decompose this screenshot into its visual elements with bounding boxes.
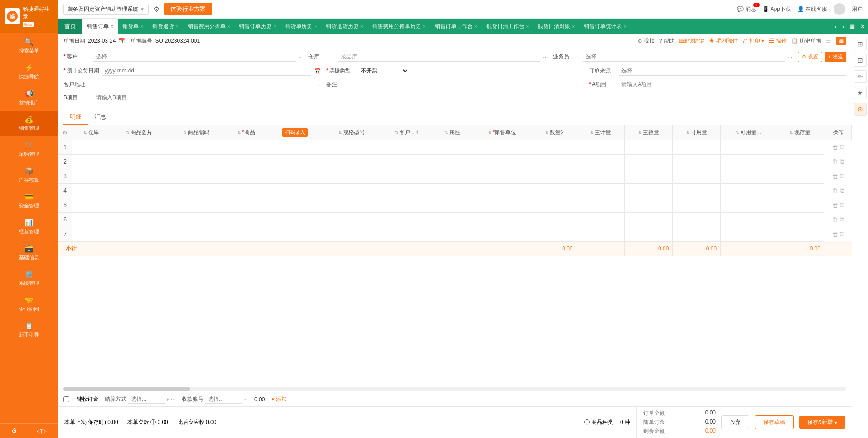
panel-btn-1[interactable]: ⊞ xyxy=(854,38,867,50)
history-btn[interactable]: 📋 历史单据 xyxy=(791,37,821,45)
payment-more-icon[interactable]: ··· xyxy=(171,396,175,403)
industry-btn[interactable]: 体验行业方案 xyxy=(164,3,212,15)
messages-btn[interactable]: 💬 消息 9 xyxy=(737,5,756,13)
save-draft-btn[interactable]: 保存草稿 xyxy=(755,415,794,429)
close-icon[interactable]: × xyxy=(526,24,529,29)
tab-next-btn[interactable]: › xyxy=(839,20,847,33)
sidebar-item-sales[interactable]: 💰 销售管理 xyxy=(0,111,58,136)
address-more-icon[interactable]: ··· xyxy=(316,82,321,88)
help-btn[interactable]: ? 帮助 xyxy=(659,37,674,45)
tab-cash-reconcile[interactable]: 钱货日清对账 × xyxy=(533,19,579,34)
a-project-input[interactable] xyxy=(619,80,846,89)
tab-close-all-btn[interactable]: ✕ xyxy=(858,20,868,33)
close-icon[interactable]: × xyxy=(423,24,426,29)
close-icon[interactable]: × xyxy=(228,24,230,29)
account-input[interactable] xyxy=(205,395,242,404)
sidebar-item-marketing[interactable]: 📢 营销推广 xyxy=(0,85,58,111)
close-icon[interactable]: × xyxy=(314,24,317,29)
b-project-input[interactable] xyxy=(93,93,846,102)
tab-sales-fee-history[interactable]: 销售费用分摊单历史 × xyxy=(368,19,430,34)
sidebar-item-system[interactable]: ⚙️ 系统管理 xyxy=(0,265,58,291)
panel-btn-3[interactable]: ✏ xyxy=(854,70,867,83)
sidebar-item-finance[interactable]: 💳 资金管理 xyxy=(0,188,58,214)
tab-prev-btn[interactable]: ‹ xyxy=(832,20,839,33)
copy-icon[interactable]: ⧉ xyxy=(840,144,844,151)
staff-more-icon[interactable]: ··· xyxy=(788,54,792,60)
warehouse-input[interactable] xyxy=(338,52,540,62)
copy-icon[interactable]: ⧉ xyxy=(840,231,844,238)
close-icon[interactable]: × xyxy=(624,24,626,29)
settings-btn[interactable]: ⚙ 设置 xyxy=(798,52,822,62)
close-icon[interactable]: × xyxy=(360,24,363,29)
tab-sales-bill-history[interactable]: 销货单历史 × xyxy=(281,19,321,34)
sidebar-item-basic-info[interactable]: 🗃️ 基础信息 xyxy=(0,240,58,265)
settings-gear-btn[interactable]: ⚙ xyxy=(153,5,160,14)
save-new-btn[interactable]: 保存&新增 ▾ xyxy=(799,416,845,429)
sidebar-collapse-btn[interactable]: ◁▷ xyxy=(37,427,47,434)
tab-list-btn[interactable]: ▦ xyxy=(847,20,858,33)
shortcuts-btn[interactable]: ⌨ 快捷键 xyxy=(679,37,704,45)
sidebar-settings-btn[interactable]: ⚙ xyxy=(11,427,17,434)
tab-sales-return[interactable]: 销货退货 × xyxy=(148,19,183,34)
address-input[interactable] xyxy=(93,80,314,89)
delivery-calendar-icon[interactable]: 📅 xyxy=(314,68,321,74)
one-click-checkbox[interactable] xyxy=(63,396,69,402)
close-icon[interactable]: × xyxy=(141,24,143,29)
delivery-date-input[interactable] xyxy=(102,66,311,76)
scrollbar-track[interactable] xyxy=(63,387,846,391)
tab-sales-fee-split[interactable]: 销售费用分摊单 × xyxy=(183,19,235,34)
close-icon[interactable]: × xyxy=(273,24,276,29)
tab-sales-order[interactable]: 销售订单 × xyxy=(82,19,118,34)
account-more-icon[interactable]: ··· xyxy=(243,396,248,403)
discard-btn[interactable]: 放弃 xyxy=(721,415,749,429)
delete-icon[interactable]: 🗑 xyxy=(832,173,838,180)
scan-btn[interactable]: 扫码录入 xyxy=(282,128,308,137)
delete-icon[interactable]: 🗑 xyxy=(832,202,838,209)
calendar-icon[interactable]: 📅 xyxy=(118,38,125,44)
tab-sales-stats[interactable]: 销售订单统计表 × xyxy=(579,19,631,34)
online-service-btn[interactable]: 👤 在线客服 xyxy=(797,5,827,13)
copy-icon[interactable]: ⧉ xyxy=(840,202,844,209)
sidebar-item-operations[interactable]: 📊 经营管理 xyxy=(0,214,58,240)
delete-icon[interactable]: 🗑 xyxy=(832,188,838,194)
sidebar-item-shortcut[interactable]: ⚡ 快捷导航 xyxy=(0,59,58,85)
gear-icon[interactable]: ⚙ xyxy=(63,130,68,136)
tab-detail[interactable]: 明细 xyxy=(63,110,88,125)
close-icon[interactable]: × xyxy=(111,24,113,29)
th-gear[interactable]: ⚙ xyxy=(58,125,72,140)
close-icon[interactable]: × xyxy=(475,24,477,29)
add-logistics-btn[interactable]: + 物流 xyxy=(825,52,846,62)
sidebar-item-inventory[interactable]: 📦 库存核算 xyxy=(0,162,58,188)
panel-btn-4[interactable]: ★ xyxy=(854,87,867,99)
add-btn[interactable]: ● 添加 xyxy=(271,395,287,403)
copy-icon[interactable]: ⧉ xyxy=(840,158,844,165)
info-icon[interactable]: ⓘ xyxy=(150,419,156,425)
tab-sales-return-history[interactable]: 销货退货历史 × xyxy=(321,19,368,34)
sidebar-item-guide[interactable]: 📋 新手引导 xyxy=(0,317,58,343)
invoice-type-select[interactable]: 不开票 增值税普通发票 增值税专用发票 xyxy=(356,66,409,76)
warehouse-more-icon[interactable]: ··· xyxy=(543,54,548,60)
operations-btn[interactable]: ☰ 操作 xyxy=(769,37,786,45)
video-btn[interactable]: ⊙ 视频 xyxy=(638,37,655,45)
customer-more-icon[interactable]: ··· xyxy=(298,54,303,60)
customer-input[interactable] xyxy=(93,52,296,62)
list-view-btn[interactable]: ▦ xyxy=(836,37,846,45)
staff-input[interactable] xyxy=(583,52,785,62)
tab-cash-daily-workbench[interactable]: 钱货日清工作台 × xyxy=(482,19,533,34)
copy-icon[interactable]: ⧉ xyxy=(840,173,844,180)
app-download-btn[interactable]: 📱 App下载 xyxy=(762,5,791,13)
sidebar-item-search[interactable]: 🔍 搜索菜单 xyxy=(0,33,58,59)
tab-sales-bill[interactable]: 销货单 × xyxy=(118,19,148,34)
grid-view-btn[interactable]: ☰ xyxy=(826,38,831,44)
close-icon[interactable]: × xyxy=(176,24,179,29)
copy-icon[interactable]: ⧉ xyxy=(840,187,844,194)
info-circle-icon[interactable]: ⓘ xyxy=(584,419,590,425)
tab-sales-order-history[interactable]: 销售订单历史 × xyxy=(234,19,281,34)
order-source-input[interactable] xyxy=(619,66,846,76)
sidebar-item-collab[interactable]: 🤝 企业协同 xyxy=(0,291,58,317)
delete-icon[interactable]: 🗑 xyxy=(832,231,838,238)
profit-btn[interactable]: ◈ 毛利预估 xyxy=(709,37,737,45)
payment-method-input[interactable] xyxy=(128,395,165,404)
copy-icon[interactable]: ⧉ xyxy=(840,216,844,223)
close-icon[interactable]: × xyxy=(572,24,575,29)
